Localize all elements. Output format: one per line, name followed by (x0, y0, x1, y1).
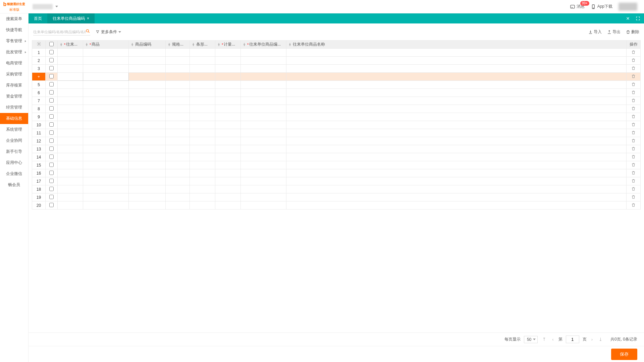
cell-unit[interactable] (215, 89, 241, 97)
column-product[interactable]: ▲▼•商品 (83, 41, 129, 49)
cell-partner[interactable] (58, 81, 83, 89)
cell-product-code[interactable] (129, 185, 166, 193)
row-checkbox[interactable] (49, 130, 54, 135)
column-partner[interactable]: ▲▼•往来... (58, 41, 83, 49)
row-checkbox[interactable] (49, 74, 54, 78)
cell-partner-product-name[interactable] (286, 137, 627, 145)
cell-product-code[interactable] (129, 137, 166, 145)
cell-partner-product-name[interactable] (286, 177, 627, 185)
table-row[interactable]: 6 (32, 89, 641, 97)
row-select[interactable] (46, 65, 58, 73)
cell-product-code[interactable] (129, 97, 166, 105)
cell-spec[interactable] (166, 129, 190, 137)
cell-partner-product-code[interactable] (241, 73, 286, 81)
cell-unit[interactable] (215, 113, 241, 121)
cell-product-code[interactable] (129, 105, 166, 113)
sidebar-item-6[interactable]: 库存核算 (0, 80, 28, 91)
last-page-button[interactable]: ⤓ (597, 337, 604, 342)
cell-unit[interactable] (215, 145, 241, 153)
cell-product-code[interactable] (129, 113, 166, 121)
cell-partner[interactable] (58, 129, 83, 137)
row-delete[interactable] (627, 57, 641, 65)
cell-spec[interactable] (166, 161, 190, 169)
cell-spec[interactable] (166, 105, 190, 113)
cell-partner-product-name[interactable] (286, 105, 627, 113)
cell-product[interactable] (83, 161, 129, 169)
row-checkbox[interactable] (49, 66, 54, 70)
sidebar-item-14[interactable]: 企业微信 (0, 168, 28, 179)
cell-unit[interactable] (215, 177, 241, 185)
cell-partner-product-code[interactable] (241, 65, 286, 73)
cell-partner-product-name[interactable] (286, 65, 627, 73)
cell-spec[interactable] (166, 193, 190, 201)
cell-product-code[interactable] (129, 81, 166, 89)
cell-barcode[interactable] (190, 57, 215, 65)
cell-spec[interactable] (166, 185, 190, 193)
cell-partner[interactable] (58, 65, 83, 73)
table-row[interactable]: 17 (32, 177, 641, 185)
cell-product[interactable] (83, 121, 129, 129)
cell-partner-product-code[interactable] (241, 153, 286, 161)
close-all-tabs-button[interactable] (625, 15, 631, 22)
table-row[interactable]: 2 (32, 57, 641, 65)
cell-unit[interactable] (215, 105, 241, 113)
cell-partner[interactable] (58, 49, 83, 57)
cell-partner[interactable] (58, 57, 83, 65)
row-delete[interactable] (627, 161, 641, 169)
app-download-button[interactable]: App下载 (591, 4, 612, 9)
row-delete[interactable] (627, 121, 641, 129)
cell-product-code[interactable] (129, 73, 166, 81)
cell-partner-product-code[interactable] (241, 161, 286, 169)
table-row[interactable]: 16 (32, 169, 641, 177)
cell-barcode[interactable] (190, 201, 215, 209)
row-delete[interactable] (627, 137, 641, 145)
table-row[interactable]: + (32, 73, 641, 81)
cell-partner-product-name[interactable] (286, 57, 627, 65)
cell-partner-product-code[interactable] (241, 49, 286, 57)
cell-partner-product-name[interactable] (286, 89, 627, 97)
table-row[interactable]: 1 (32, 49, 641, 57)
cell-spec[interactable] (166, 169, 190, 177)
table-row[interactable]: 19 (32, 193, 641, 201)
save-button[interactable]: 保存 (611, 349, 637, 360)
row-delete[interactable] (627, 169, 641, 177)
cell-partner[interactable] (58, 185, 83, 193)
row-select[interactable] (46, 57, 58, 65)
cell-partner[interactable] (58, 193, 83, 201)
cell-unit[interactable] (215, 185, 241, 193)
row-checkbox[interactable] (49, 98, 54, 103)
cell-product[interactable] (83, 105, 129, 113)
cell-unit[interactable] (215, 81, 241, 89)
cell-barcode[interactable] (190, 193, 215, 201)
cell-spec[interactable] (166, 121, 190, 129)
sidebar-item-3[interactable]: 批发管理 (0, 47, 28, 58)
cell-partner-product-code[interactable] (241, 57, 286, 65)
cell-barcode[interactable] (190, 177, 215, 185)
cell-unit[interactable] (215, 65, 241, 73)
user-avatar[interactable] (619, 3, 637, 11)
cell-unit[interactable] (215, 129, 241, 137)
cell-product[interactable] (83, 193, 129, 201)
column-barcode[interactable]: ▲▼条形... (190, 41, 215, 49)
cell-partner-product-name[interactable] (286, 145, 627, 153)
search-icon[interactable] (86, 29, 90, 35)
messages-button[interactable]: 消息 99+ (570, 4, 585, 9)
cell-product[interactable] (83, 73, 129, 81)
cell-partner-product-name[interactable] (286, 201, 627, 209)
cell-barcode[interactable] (190, 185, 215, 193)
row-checkbox[interactable] (49, 114, 54, 119)
cell-partner-product-name[interactable] (286, 81, 627, 89)
cell-barcode[interactable] (190, 153, 215, 161)
cell-partner-product-name[interactable] (286, 153, 627, 161)
table-row[interactable]: 12 (32, 137, 641, 145)
sidebar-item-7[interactable]: 资金管理 (0, 91, 28, 102)
row-delete[interactable] (627, 73, 641, 81)
table-row[interactable]: 8 (32, 105, 641, 113)
sidebar-item-15[interactable]: 畅会员 (0, 179, 28, 190)
column-spec[interactable]: ▲▼规格... (166, 41, 190, 49)
table-row[interactable]: 11 (32, 129, 641, 137)
tab-home[interactable]: 首页 (29, 13, 47, 23)
row-checkbox[interactable] (49, 163, 54, 167)
cell-product-code[interactable] (129, 89, 166, 97)
cell-partner-product-name[interactable] (286, 129, 627, 137)
